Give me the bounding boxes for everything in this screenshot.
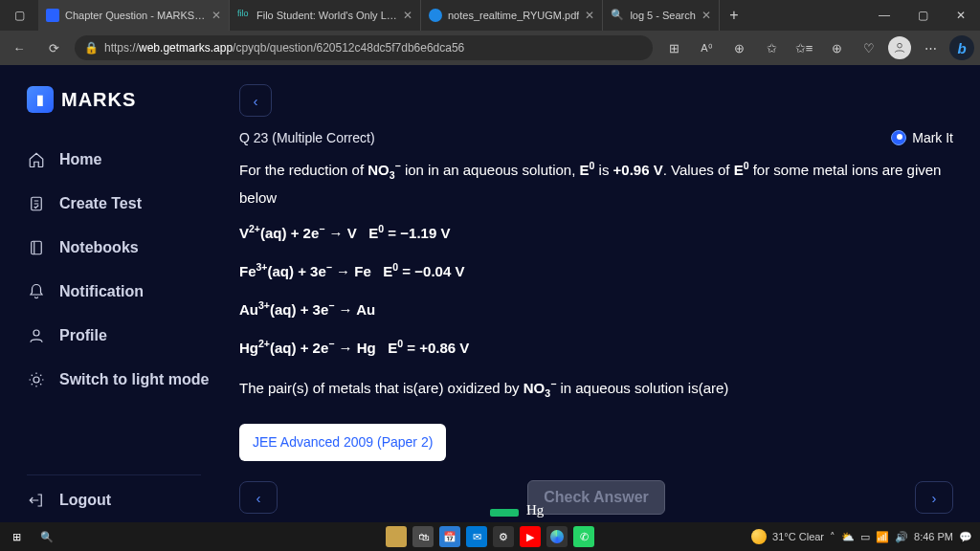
equation-au: Au3+(aq) + 3e− → Au <box>239 297 953 323</box>
equation-v: V2+(aq) + 2e− → V E0 = −1.19 V <box>239 220 953 247</box>
refresh-button[interactable]: ⟳ <box>40 34 67 61</box>
favicon-search-icon: 🔍 <box>611 9 624 22</box>
equation-hg: Hg2+(aq) + 2e− → Hg E0 = +0.86 V <box>239 335 953 362</box>
close-icon[interactable]: ✕ <box>702 9 711 22</box>
close-icon[interactable]: ✕ <box>212 9 221 22</box>
profile-avatar[interactable] <box>888 36 911 59</box>
sidebar-item-notification[interactable]: Notification <box>27 270 220 314</box>
app-grid-icon[interactable]: ⊞ <box>660 34 687 61</box>
file-explorer-icon[interactable] <box>386 526 407 547</box>
question-header: Q 23 (Multiple Correct) Mark It <box>239 130 953 145</box>
brand[interactable]: ▮ MARKS <box>27 86 220 113</box>
zoom-icon[interactable]: ⊕ <box>725 34 752 61</box>
brand-text: MARKS <box>61 89 136 111</box>
sidebar-item-create-test[interactable]: Create Test <box>27 182 220 226</box>
performance-icon[interactable]: ♡ <box>856 34 882 61</box>
chevron-up-icon[interactable]: ˄ <box>830 531 835 543</box>
volume-icon[interactable]: 🔊 <box>895 531 908 543</box>
store-icon[interactable]: 🛍 <box>412 526 434 547</box>
window-controls: — ▢ ✕ <box>865 0 980 31</box>
question-intro: For the reduction of NO3− ion in an aque… <box>239 157 953 210</box>
weather-text[interactable]: 31°C Clear <box>772 531 824 542</box>
url-input[interactable]: 🔒 https://web.getmarks.app/cpyqb/questio… <box>75 35 653 60</box>
battery-icon[interactable]: ▭ <box>860 531 870 543</box>
notebook-icon <box>27 238 46 257</box>
sidebar-item-label: Notification <box>59 283 144 300</box>
back-button[interactable]: ← <box>6 34 33 61</box>
youtube-icon[interactable]: ▶ <box>520 526 541 547</box>
sidebar-item-logout[interactable]: Logout <box>27 474 201 522</box>
question-nav-row: ‹ Check Answer › Hg <box>239 480 953 515</box>
maximize-button[interactable]: ▢ <box>903 0 942 31</box>
sidebar-item-notebooks[interactable]: Notebooks <box>27 226 220 270</box>
minimize-button[interactable]: — <box>865 0 903 31</box>
collections-icon[interactable]: ⊕ <box>823 34 850 61</box>
sidebar-item-label: Profile <box>59 327 107 344</box>
start-button[interactable]: ⊞ <box>6 526 27 547</box>
svg-rect-2 <box>32 241 42 254</box>
tab-title: Filo Student: World's Only Live In <box>256 10 397 21</box>
windows-taskbar: ⊞ 🔍 🛍 📅 ✉ ⚙ ▶ ✆ 31°C Clear ˄ ⛅ ▭ 📶 🔊 8:4… <box>0 522 980 551</box>
prev-question-button[interactable]: ‹ <box>239 481 278 514</box>
address-bar: ← ⟳ 🔒 https://web.getmarks.app/cpyqb/que… <box>0 31 980 65</box>
lock-icon: 🔒 <box>84 41 99 55</box>
sidebar-item-label: Switch to light mode <box>59 371 209 388</box>
settings-icon[interactable]: ⚙ <box>493 526 514 547</box>
back-chip-button[interactable]: ‹ <box>239 84 272 117</box>
sidebar-item-label: Notebooks <box>59 239 139 256</box>
tab-title: log 5 - Search <box>630 10 695 21</box>
close-icon[interactable]: ✕ <box>585 9 594 22</box>
create-test-icon <box>27 194 46 213</box>
favicon-marks-icon <box>46 9 59 22</box>
bing-button[interactable]: b <box>949 35 974 60</box>
sidebar-item-home[interactable]: Home <box>27 138 220 182</box>
tab-marks[interactable]: Chapter Question - MARKS App ✕ <box>38 0 230 31</box>
favorites-star-icon[interactable]: ✩ <box>758 34 785 61</box>
app-body: ▮ MARKS Home Create Test Notebooks Notif… <box>0 65 980 522</box>
person-icon <box>893 41 906 55</box>
mark-it-button[interactable]: Mark It <box>891 130 953 145</box>
read-aloud-icon[interactable]: A⁰ <box>693 34 720 61</box>
profile-icon <box>27 326 46 345</box>
taskbar-apps: 🛍 📅 ✉ ⚙ ▶ ✆ <box>386 526 594 547</box>
sidebar-item-switch-mode[interactable]: Switch to light mode <box>27 358 220 402</box>
question-end: The pair(s) of metals that is(are) oxidi… <box>239 375 953 403</box>
favicon-pdf-icon <box>429 9 442 22</box>
url-text: https://web.getmarks.app/cpyqb/question/… <box>104 41 464 55</box>
logout-icon <box>27 491 46 510</box>
check-answer-button[interactable]: Check Answer <box>527 480 665 515</box>
whatsapp-icon[interactable]: ✆ <box>573 526 594 547</box>
tab-strip-icon[interactable]: ▢ <box>0 0 38 31</box>
tab-search[interactable]: 🔍 log 5 - Search ✕ <box>603 0 719 31</box>
weather-moon-icon <box>751 529 767 544</box>
notification-center-icon[interactable]: 💬 <box>959 531 972 543</box>
calendar-icon[interactable]: 📅 <box>439 526 460 547</box>
sidebar-item-label: Logout <box>59 492 111 509</box>
browser-titlebar: ▢ Chapter Question - MARKS App ✕ filo Fi… <box>0 0 980 31</box>
favorites-menu-icon[interactable]: ✩≡ <box>791 34 817 61</box>
close-window-button[interactable]: ✕ <box>942 0 980 31</box>
svg-point-3 <box>33 330 39 336</box>
next-question-button[interactable]: › <box>915 481 953 514</box>
search-taskbar-icon[interactable]: 🔍 <box>36 526 57 547</box>
tab-pdf[interactable]: notes_realtime_RYUGM.pdf ✕ <box>421 0 603 31</box>
tab-filo[interactable]: filo Filo Student: World's Only Live In … <box>230 0 421 31</box>
tab-title: notes_realtime_RYUGM.pdf <box>448 10 579 21</box>
svg-point-4 <box>33 377 39 383</box>
new-tab-button[interactable]: + <box>720 7 748 24</box>
home-icon <box>27 150 46 169</box>
mail-icon[interactable]: ✉ <box>466 526 487 547</box>
clock-text[interactable]: 8:46 PM <box>914 531 953 542</box>
close-icon[interactable]: ✕ <box>403 9 412 22</box>
edge-icon[interactable] <box>546 526 568 547</box>
tab-title: Chapter Question - MARKS App <box>65 10 206 21</box>
sidebar-item-label: Home <box>59 151 101 168</box>
question-number: Q 23 (Multiple Correct) <box>239 130 375 145</box>
equation-fe: Fe3+(aq) + 3e− → Fe E0 = −0.04 V <box>239 258 953 285</box>
sidebar-item-profile[interactable]: Profile <box>27 314 220 358</box>
wifi-icon[interactable]: 📶 <box>876 531 889 543</box>
exam-tag[interactable]: JEE Advanced 2009 (Paper 2) <box>239 424 446 461</box>
question-body: For the reduction of NO3− ion in an aque… <box>239 157 953 461</box>
more-menu-icon[interactable]: ⋯ <box>917 34 944 61</box>
cloud-sync-icon[interactable]: ⛅ <box>841 531 855 543</box>
